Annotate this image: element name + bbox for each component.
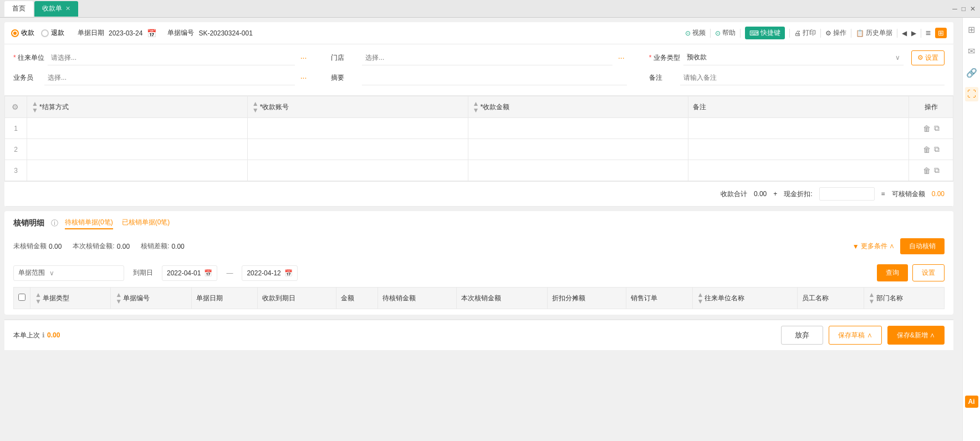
radio-refund[interactable]: 退款 [41,28,64,38]
col-actions: 操作 [909,96,953,118]
col-settlement-label: *结算方式 [39,102,69,112]
filter-settings-btn[interactable]: 设置 [912,264,945,281]
diff-label: 核销差额: [141,242,169,251]
row-2-settlement[interactable] [27,139,248,160]
row-2-remark[interactable] [688,139,909,160]
col-doc-date: 单据日期 [191,288,258,309]
video-btn[interactable]: ⊙ 视频 [685,28,706,38]
operate-btn[interactable]: ⚙ 操作 [825,28,846,38]
date-to-input[interactable]: 2022-04-12 📅 [242,265,297,281]
sort-dept-icon: ▲▼ [869,291,875,305]
calendar-to-icon[interactable]: 📅 [284,269,293,277]
row-2-amount[interactable] [468,139,688,160]
counterpart-input[interactable] [48,50,295,65]
shortcut-btn[interactable]: ⌨ 快捷键 [745,27,785,39]
tab-pending[interactable]: 待核销单据(0笔) [65,217,113,229]
col-pending-amount: 待核销金额 [378,288,457,309]
tab-bar: 首页 收款单 ✕ ─ □ ✕ [0,0,980,18]
field-biz-type: 业务类型 预收款 ∨ ⚙ 设置 [649,50,945,65]
abandon-btn[interactable]: 放弃 [781,326,823,345]
tab-receipt-label: 收款单 [42,4,62,13]
tab-done[interactable]: 已核销单据(0笔) [122,217,170,229]
filter-actions: 查询 设置 [877,264,945,281]
row-1-copy-icon[interactable]: ⧉ [934,124,940,133]
prev-btn[interactable]: ◀ [902,29,907,37]
grid-view-btn[interactable]: ⊞ [935,28,947,38]
row-2-delete-icon[interactable]: 🗑 [923,145,931,154]
total-label: 收款合计 [721,189,747,199]
close-icon[interactable]: ✕ [970,5,976,13]
row-3-amount[interactable] [468,160,688,181]
ai-label[interactable]: Ai [965,396,978,408]
prev-value: 0.00 [47,331,60,339]
stat-diff: 核销差额: 0.00 [141,242,185,251]
field-abstract: 摘要 [331,70,626,85]
save-draft-btn[interactable]: 保存草稿 ∧ [829,326,881,345]
row-1-remark[interactable] [688,118,909,139]
store-more-icon[interactable]: ··· [616,53,627,62]
calendar-from-icon[interactable]: 📅 [204,269,212,277]
settings-button[interactable]: ⚙ 设置 [911,50,945,65]
sidebar-attach-icon[interactable]: 🔗 [964,65,979,80]
tab-receipt[interactable]: 收款单 ✕ [34,1,78,17]
radio-collect[interactable]: 收款 [11,28,34,38]
next-btn[interactable]: ▶ [911,29,916,37]
auto-verify-btn[interactable]: 自动核销 [900,238,945,254]
col-actions-label: 操作 [925,103,938,111]
sidebar-mail-icon[interactable]: ✉ [966,44,977,59]
calendar-icon[interactable]: 📅 [147,29,156,38]
doc-range-arrow: ∨ [49,269,54,277]
doc-date-value: 2023-03-24 [109,29,142,37]
abstract-input[interactable] [362,70,626,85]
row-2-copy-icon[interactable]: ⧉ [934,145,940,154]
print-btn[interactable]: 🖨 打印 [794,28,816,38]
select-all-checkbox[interactable] [18,294,25,301]
col-gear: ⚙ [5,96,27,118]
more-conditions-btn[interactable]: ▼ 更多条件 ∧ [853,242,895,251]
date-from-input[interactable]: 2022-04-01 📅 [162,265,217,281]
row-3-account[interactable] [247,160,468,181]
row-1-delete-icon[interactable]: 🗑 [923,124,931,133]
history-btn[interactable]: 📋 历史单据 [856,28,892,38]
doc-range-label: 单据范围 [18,268,45,278]
remark-input[interactable] [680,70,945,85]
unchecked-value: 0.00 [49,243,62,250]
discount-input[interactable] [819,187,875,201]
doc-range-select[interactable]: 单据范围 ∨ [13,265,124,281]
row-1-settlement[interactable] [27,118,248,139]
row-3-copy-icon[interactable]: ⧉ [934,166,940,175]
tab-home[interactable]: 首页 [4,1,33,17]
verify-info-icon[interactable]: ⓘ [51,218,58,228]
row-1-account[interactable] [247,118,468,139]
right-sidebar: ⊞ ✉ 🔗 ⛶ Ai [962,18,980,441]
staff-input[interactable] [44,70,295,85]
row-3-delete-icon[interactable]: 🗑 [923,166,931,175]
col-doc-type: ▲▼ 单据类型 [30,288,111,309]
form-row-1: 往来单位 ··· 门店 ··· 业务类型 预收款 ∨ [13,50,945,65]
sidebar-table-icon[interactable]: ⊞ [966,22,977,37]
sidebar-expand-icon[interactable]: ⛶ [965,87,978,101]
footer-info-icon[interactable]: ℹ [42,331,45,339]
row-3-settlement[interactable] [27,160,248,181]
help-btn[interactable]: ⊙ 帮助 [715,28,736,38]
stats-row: 未核销金额 0.00 本次核销金额: 0.00 核销差额: 0.00 ▼ 更多条… [13,235,945,258]
store-input[interactable] [362,50,612,65]
remark-label: 备注 [649,73,677,83]
minimize-icon[interactable]: ─ [952,5,957,13]
row-2-account[interactable] [247,139,468,160]
save-new-btn[interactable]: 保存&新增 ∧ [887,326,945,345]
list-view-btn[interactable]: ≡ [926,28,931,38]
staff-more-icon[interactable]: ··· [298,73,309,82]
maximize-icon[interactable]: □ [962,5,966,13]
counterpart-more-icon[interactable]: ··· [298,53,309,62]
col-remark-label: 备注 [693,103,706,111]
row-1-amount[interactable] [468,118,688,139]
table-gear-icon[interactable]: ⚙ [9,100,21,114]
tab-close-icon[interactable]: ✕ [65,5,70,12]
row-2-actions: 🗑 ⧉ [909,139,953,160]
row-2-num: 2 [5,139,27,160]
row-3-remark[interactable] [688,160,909,181]
biz-type-select[interactable]: 预收款 ∨ [683,50,904,65]
query-btn[interactable]: 查询 [877,264,908,281]
history-icon: 📋 [856,29,864,37]
